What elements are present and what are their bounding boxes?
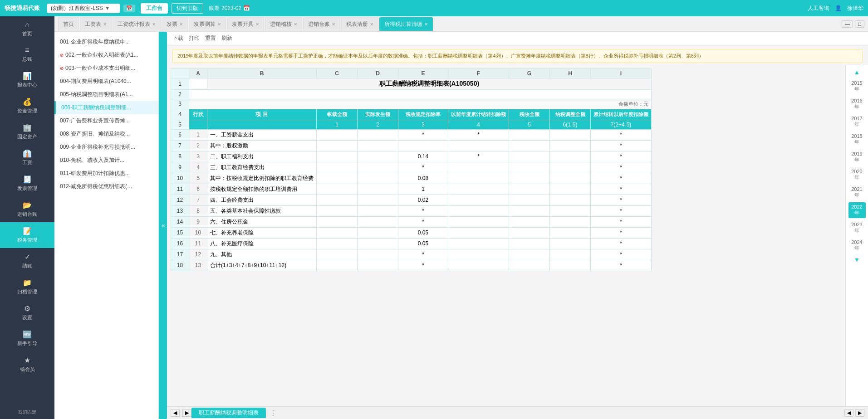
tab-sales-check[interactable]: 进销稽核✕ bbox=[265, 17, 302, 31]
cell-c2-17[interactable] bbox=[358, 249, 398, 260]
cell-c5-17[interactable] bbox=[509, 249, 550, 260]
tab-invoice-calc[interactable]: 发票测算✕ bbox=[189, 17, 226, 31]
cell-c4-15[interactable] bbox=[448, 227, 509, 238]
cell-c2-9[interactable] bbox=[358, 162, 398, 173]
year-tab-2016[interactable]: 2016年 bbox=[848, 96, 866, 112]
sidebar-item-home[interactable]: ⌂ 首页 bbox=[0, 16, 54, 42]
year-tab-2022[interactable]: 2022年 bbox=[848, 202, 866, 218]
scroll-left-button[interactable]: ◀ bbox=[844, 409, 853, 417]
year-tab-2023[interactable]: 2023年 bbox=[848, 220, 866, 236]
cell-c7-17[interactable]: * bbox=[591, 249, 652, 260]
cell-c1-9[interactable] bbox=[317, 162, 358, 173]
tab-payroll[interactable]: 工资表✕ bbox=[80, 17, 112, 31]
cell-c3-7[interactable] bbox=[398, 140, 448, 151]
cell-seq-8[interactable]: 3 bbox=[189, 151, 207, 162]
reset-button[interactable]: 重置 bbox=[205, 34, 216, 42]
cell-c6-18[interactable] bbox=[550, 260, 591, 271]
user-name[interactable]: 徐泽华 bbox=[847, 5, 863, 12]
cell-c5-18[interactable] bbox=[509, 260, 550, 271]
cell-c6-6[interactable] bbox=[550, 129, 591, 140]
tab-close-invoice-open[interactable]: ✕ bbox=[255, 22, 259, 27]
cell-c2-7[interactable] bbox=[358, 140, 398, 151]
cell-1-A[interactable] bbox=[189, 78, 207, 89]
cell-c3-9[interactable]: * bbox=[398, 162, 448, 173]
cell-seq-18[interactable]: 13 bbox=[189, 260, 207, 271]
year-tab-2019[interactable]: 2019年 bbox=[848, 149, 866, 165]
sidebar-item-general-ledger[interactable]: ≡ 总账 bbox=[0, 42, 54, 67]
cell-c1-15[interactable] bbox=[317, 227, 358, 238]
cell-c2-6[interactable] bbox=[358, 129, 398, 140]
cell-item-16[interactable]: 八、补充医疗保险 bbox=[207, 238, 317, 249]
cell-c4-10[interactable] bbox=[448, 173, 509, 184]
tab-close-invoice[interactable]: ✕ bbox=[179, 22, 183, 27]
form-list-item-004[interactable]: 004-期间费用明细表(A1040... bbox=[54, 75, 158, 88]
cell-c3-17[interactable]: * bbox=[398, 249, 448, 260]
tab-close-sales-check[interactable]: ✕ bbox=[294, 22, 297, 27]
sidebar-item-new-guide[interactable]: 🆕 新手引导 bbox=[0, 326, 54, 351]
cell-c2-13[interactable] bbox=[358, 205, 398, 216]
cell-item-10[interactable]: 其中：按税收规定比例扣除的职工教育经费 bbox=[207, 173, 317, 184]
cell-c7-18[interactable]: * bbox=[591, 260, 652, 271]
cell-c6-8[interactable] bbox=[550, 151, 591, 162]
cell-c1-11[interactable] bbox=[317, 184, 358, 195]
year-tab-2015[interactable]: 2015年 bbox=[848, 78, 866, 94]
cell-c5-15[interactable] bbox=[509, 227, 550, 238]
tab-home[interactable]: 首页 bbox=[58, 17, 79, 31]
cell-item-13[interactable]: 五、各类基本社会保障性缴款 bbox=[207, 205, 317, 216]
sidebar-item-settings[interactable]: ⚙ 设置 bbox=[0, 300, 54, 326]
year-tab-down-arrow[interactable]: ▼ bbox=[852, 254, 862, 265]
tab-close-sales-ledger[interactable]: ✕ bbox=[332, 22, 335, 27]
sidebar-item-report-center[interactable]: 📊 报表中心 bbox=[0, 67, 54, 93]
cell-c1-14[interactable] bbox=[317, 216, 358, 227]
cell-c4-12[interactable] bbox=[448, 195, 509, 205]
cell-c1-8[interactable] bbox=[317, 151, 358, 162]
cell-c7-7[interactable]: * bbox=[591, 140, 652, 151]
cell-item-15[interactable]: 七、补充养老保险 bbox=[207, 227, 317, 238]
cell-c3-14[interactable]: * bbox=[398, 216, 448, 227]
cell-c5-8[interactable] bbox=[509, 151, 550, 162]
cell-c7-13[interactable]: * bbox=[591, 205, 652, 216]
cell-c6-14[interactable] bbox=[550, 216, 591, 227]
cell-item-14[interactable]: 六、住房公积金 bbox=[207, 216, 317, 227]
cell-c5-14[interactable] bbox=[509, 216, 550, 227]
tab-invoice-open[interactable]: 发票开具✕ bbox=[227, 17, 264, 31]
cell-item-11[interactable]: 按税收规定全额扣除的职工培训费用 bbox=[207, 184, 317, 195]
cell-seq-15[interactable]: 10 bbox=[189, 227, 207, 238]
cell-c1-17[interactable] bbox=[317, 249, 358, 260]
sidebar-item-asset-mgmt[interactable]: 💰 资金管理 bbox=[0, 93, 54, 119]
tab-bar-maximize-button[interactable]: □ bbox=[855, 20, 864, 28]
cell-item-8[interactable]: 二、职工福利支出 bbox=[207, 151, 317, 162]
cell-c6-15[interactable] bbox=[550, 227, 591, 238]
cell-c7-10[interactable]: * bbox=[591, 173, 652, 184]
sidebar-item-fixed-assets[interactable]: 🏢 固定资产 bbox=[0, 119, 54, 145]
cell-seq-11[interactable]: 6 bbox=[189, 184, 207, 195]
company-selector[interactable]: (勿删）江西般宝-LSS ▼ bbox=[47, 4, 120, 13]
cell-seq-12[interactable]: 7 bbox=[189, 195, 207, 205]
cell-c4-9[interactable] bbox=[448, 162, 509, 173]
form-list-item-011[interactable]: 011-研发费用加计扣除优惠... bbox=[54, 167, 158, 180]
year-tab-up-arrow[interactable]: ▲ bbox=[852, 67, 862, 78]
cell-c7-14[interactable]: * bbox=[591, 216, 652, 227]
sheet-options-icon[interactable]: ⋮ bbox=[270, 409, 277, 417]
cell-seq-14[interactable]: 9 bbox=[189, 216, 207, 227]
cell-c4-14[interactable] bbox=[448, 216, 509, 227]
year-tab-2017[interactable]: 2017年 bbox=[848, 114, 866, 130]
cell-seq-9[interactable]: 4 bbox=[189, 162, 207, 173]
form-list-item-005[interactable]: 005-纳税调整项目明细表(A1... bbox=[54, 88, 158, 101]
cell-c6-17[interactable] bbox=[550, 249, 591, 260]
collapse-panel-button[interactable]: « bbox=[159, 32, 167, 419]
form-list-item-010[interactable]: 010-免税、减收入及加计... bbox=[54, 154, 158, 167]
calendar-icon[interactable]: 📅 bbox=[123, 5, 135, 12]
cell-c1-7[interactable] bbox=[317, 140, 358, 151]
cell-seq-17[interactable]: 12 bbox=[189, 249, 207, 260]
cell-c5-9[interactable] bbox=[509, 162, 550, 173]
cell-item-6[interactable]: 一、工资薪金支出 bbox=[207, 129, 317, 140]
tab-close-invoice-calc[interactable]: ✕ bbox=[217, 22, 221, 27]
cell-c6-13[interactable] bbox=[550, 205, 591, 216]
cell-c3-11[interactable]: 1 bbox=[398, 184, 448, 195]
cell-c2-16[interactable] bbox=[358, 238, 398, 249]
tab-close-tax-clearance[interactable]: ✕ bbox=[370, 22, 373, 27]
sidebar-item-archive[interactable]: 📁 归档管理 bbox=[0, 274, 54, 300]
cell-c3-12[interactable]: 0.02 bbox=[398, 195, 448, 205]
cell-c7-12[interactable]: * bbox=[591, 195, 652, 205]
